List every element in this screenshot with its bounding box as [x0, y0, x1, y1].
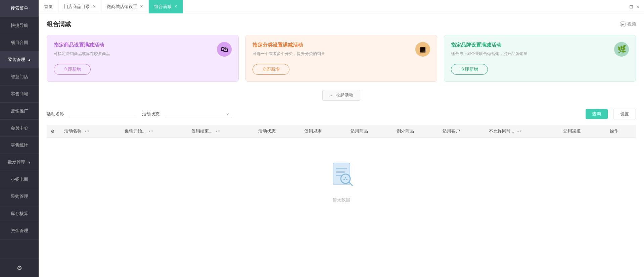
goods-card-title: 指定商品设置满减活动: [54, 42, 232, 48]
data-table: ⚙ 活动名称 ▲▼ 促销开始... ▲▼ 促销结束... ▲▼: [47, 125, 636, 138]
video-label: 视频: [627, 21, 636, 27]
svg-point-9: [346, 179, 348, 180]
settings-button[interactable]: 设置: [613, 109, 636, 119]
chevron-down-icon: ∨: [226, 111, 229, 116]
brand-card-title: 指定品牌设置满减活动: [451, 42, 629, 48]
tab-bar: 首页 门店商品目录 ✕ 微商城店铺设置 ✕ 组合满减 ✕ ⊡ ✕: [39, 0, 644, 13]
category-discount-card: ▦ 指定分类设置满减活动 可选一个或者多个分类，提升分类的销量 立即新增: [245, 35, 438, 82]
close-icon[interactable]: ✕: [140, 4, 143, 9]
sidebar-item-search-menu[interactable]: 搜索菜单: [0, 0, 39, 17]
sidebar-item-retail-mgmt[interactable]: 零售管理 ▲: [0, 51, 39, 68]
sidebar-item-label: 零售管理: [8, 57, 25, 62]
brand-add-button[interactable]: 立即新增: [451, 64, 488, 75]
chevron-up-icon: ︿: [329, 92, 334, 98]
activity-status-label: 活动状态: [142, 111, 159, 117]
col-label: 例外商品: [397, 128, 414, 133]
tab-label: 首页: [44, 4, 53, 10]
sidebar-item-wholesale-mgmt[interactable]: 批发管理 ▼: [0, 154, 39, 171]
col-settings[interactable]: ⚙: [47, 125, 60, 138]
activity-name-input[interactable]: [70, 110, 137, 118]
page-title: 组合满减: [47, 20, 71, 28]
col-excluded-goods: 例外商品: [393, 125, 439, 138]
brand-discount-card: 🌿 指定品牌设置满减活动 适合与上游企业联合做营销，提升品牌销量 立即新增: [444, 35, 636, 82]
sidebar-item-label: 搜索菜单: [11, 6, 28, 11]
tab-store-catalog[interactable]: 门店商品目录 ✕: [58, 0, 101, 13]
sort-icon: ▲▼: [215, 130, 220, 133]
restore-icon[interactable]: ⊡: [629, 4, 633, 9]
sort-icon: ▲▼: [84, 130, 90, 133]
collapse-label: 收起活动: [336, 92, 353, 98]
sidebar-item-label: 智慧门店: [11, 74, 28, 79]
sidebar-item-label: 采购管理: [11, 194, 28, 199]
sidebar-item-quick-nav[interactable]: 快捷导航: [0, 17, 39, 34]
tab-label: 组合满减: [154, 4, 172, 10]
window-controls: ⊡ ✕: [625, 4, 644, 9]
col-label: 操作: [610, 128, 618, 133]
video-link[interactable]: ▶ 视频: [620, 21, 636, 27]
empty-state: 暂无数据: [47, 138, 636, 216]
col-label: 促销结束...: [191, 128, 213, 133]
svg-point-8: [343, 179, 345, 180]
empty-illustration: [325, 158, 358, 191]
close-icon[interactable]: ✕: [93, 4, 96, 9]
sidebar-item-label: 营销推广: [11, 108, 28, 113]
col-label: 适用客户: [443, 128, 460, 133]
close-icon[interactable]: ✕: [174, 4, 177, 9]
sidebar-item-retail-mall[interactable]: 零售商城: [0, 86, 39, 103]
col-label: 促销开始...: [125, 128, 146, 133]
activity-status-select[interactable]: ∨: [165, 110, 232, 118]
page-header: 组合满减 ▶ 视频: [47, 20, 636, 28]
sidebar-item-purchase-mgmt[interactable]: 采购管理: [0, 188, 39, 205]
chevron-up-icon: ▲: [28, 58, 31, 62]
settings-icon[interactable]: ⚙: [0, 259, 39, 277]
category-add-button[interactable]: 立即新增: [252, 64, 289, 75]
col-applicable-channel: 适用渠道: [559, 125, 605, 138]
col-label: 活动状态: [258, 128, 276, 133]
tab-label: 微商城店铺设置: [107, 4, 137, 10]
tab-home[interactable]: 首页: [39, 0, 58, 13]
sidebar-item-smart-store[interactable]: 智慧门店: [0, 68, 39, 86]
sidebar-item-marketing[interactable]: 营销推广: [0, 103, 39, 120]
query-button[interactable]: 查询: [586, 109, 608, 119]
sidebar-item-funds-mgmt[interactable]: 资金管理: [0, 222, 39, 239]
sidebar-item-label: 资金管理: [11, 228, 28, 233]
sidebar-item-project-contract[interactable]: 项目合同: [0, 34, 39, 51]
play-icon: ▶: [620, 21, 626, 27]
sidebar-item-label: 零售统计: [11, 143, 28, 148]
gear-icon: ⚙: [51, 129, 55, 134]
collapse-button[interactable]: ︿ 收起活动: [322, 90, 360, 101]
col-applicable-goods: 适用商品: [347, 125, 393, 138]
goods-discount-card: 🛍 指定商品设置满减活动 可指定滞销商品或库存较多商品 立即新增: [47, 35, 239, 82]
sidebar-item-label: 快捷导航: [11, 23, 28, 28]
main-area: 首页 门店商品目录 ✕ 微商城店铺设置 ✕ 组合满减 ✕ ⊡ ✕ 组合满减 ▶ …: [39, 0, 644, 277]
col-label: 适用商品: [351, 128, 368, 133]
col-applicable-customer: 适用客户: [439, 125, 485, 138]
sidebar-item-inventory[interactable]: 库存核算: [0, 205, 39, 222]
tab-combo-discount[interactable]: 组合满减 ✕: [149, 0, 183, 13]
sidebar-item-label: 库存核算: [11, 211, 28, 216]
sort-icon: ▲▼: [517, 130, 522, 133]
goods-add-button[interactable]: 立即新增: [54, 64, 91, 75]
col-no-concurrent[interactable]: 不允许同时... ▲▼: [485, 125, 560, 138]
sidebar-item-label: 零售商城: [11, 91, 28, 96]
col-operations: 操作: [606, 125, 636, 138]
col-promo-start[interactable]: 促销开始... ▲▼: [121, 125, 187, 138]
svg-point-5: [343, 176, 348, 181]
col-activity-name[interactable]: 活动名称 ▲▼: [60, 125, 121, 138]
sidebar-item-label: 批发管理: [8, 160, 25, 165]
sidebar-item-member-center[interactable]: 会员中心: [0, 120, 39, 137]
tab-wechat-settings[interactable]: 微商城店铺设置 ✕: [101, 0, 149, 13]
col-promo-end[interactable]: 促销结束... ▲▼: [187, 125, 254, 138]
chevron-down-icon: ▼: [28, 161, 31, 164]
col-promo-rule: 促销规则: [300, 125, 346, 138]
category-card-desc: 可选一个或者多个分类，提升分类的销量: [252, 51, 430, 60]
sidebar-item-xiaochangec[interactable]: 小畅电商: [0, 171, 39, 188]
collapse-bar: ︿ 收起活动: [47, 87, 636, 103]
sidebar-item-label: 会员中心: [11, 125, 28, 130]
close-window-icon[interactable]: ✕: [636, 4, 640, 9]
activity-name-label: 活动名称: [47, 111, 64, 117]
sidebar-item-retail-stats[interactable]: 零售统计: [0, 137, 39, 154]
col-label: 不允许同时...: [489, 128, 514, 133]
brand-card-desc: 适合与上游企业联合做营销，提升品牌销量: [451, 51, 629, 60]
empty-text: 暂无数据: [333, 197, 350, 203]
